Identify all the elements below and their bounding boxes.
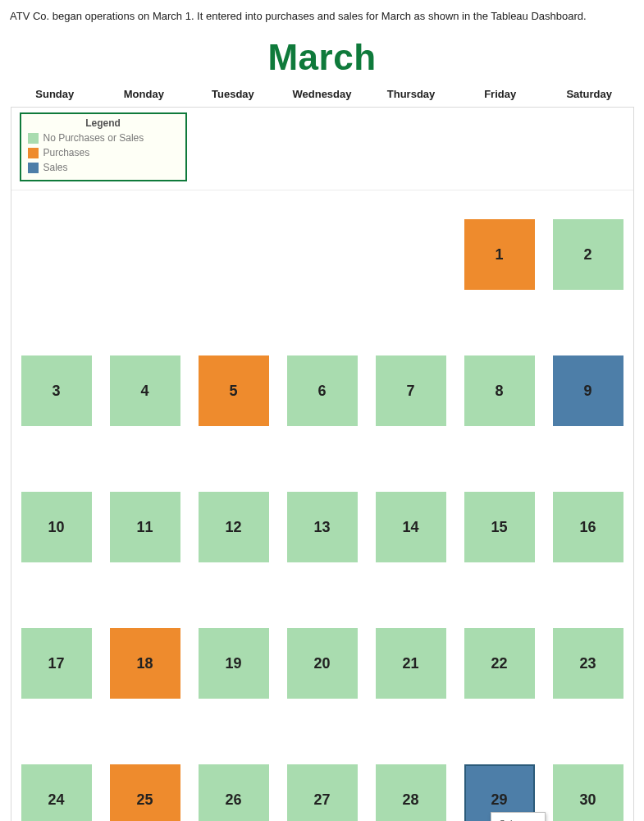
- legend-label: Purchases: [43, 145, 90, 160]
- calendar-day-26[interactable]: 26: [199, 764, 269, 821]
- calendar-day-30[interactable]: 30: [553, 764, 623, 821]
- month-title: March: [8, 37, 636, 78]
- divider: [11, 190, 633, 190]
- legend-swatch-none-icon: [28, 133, 39, 144]
- legend-label: Sales: [43, 160, 68, 175]
- legend-swatch-purchases-icon: [28, 148, 39, 158]
- calendar-day-1[interactable]: 1: [464, 219, 535, 290]
- calendar-day-20[interactable]: 20: [287, 628, 358, 699]
- calendar-day-23[interactable]: 23: [553, 628, 623, 699]
- tooltip-line: Sales: [500, 818, 537, 821]
- legend-item-sales: Sales: [28, 160, 179, 175]
- calendar-tooltip: Sales160 units$95 each: [491, 812, 546, 821]
- calendar-day-27[interactable]: 27: [287, 764, 358, 821]
- day-of-week-header: Sunday Monday Tuesday Wednesday Thursday…: [11, 83, 634, 107]
- calendar-day-9[interactable]: 9: [553, 355, 623, 426]
- calendar-day-14[interactable]: 14: [376, 492, 446, 562]
- calendar-day-8[interactable]: 8: [464, 355, 535, 426]
- legend-panel: Legend No Purchases or Sales Purchases S…: [20, 112, 187, 181]
- calendar-day-7[interactable]: 7: [376, 355, 446, 426]
- intro-text: ATV Co. began operations on March 1. It …: [10, 10, 636, 22]
- dow-friday: Friday: [455, 83, 545, 107]
- calendar-day-6[interactable]: 6: [287, 355, 358, 426]
- calendar-day-5[interactable]: 5: [199, 355, 269, 426]
- calendar-day-10[interactable]: 10: [21, 492, 92, 562]
- legend-item-purchases: Purchases: [28, 145, 179, 160]
- calendar-day-28[interactable]: 28: [376, 764, 446, 821]
- calendar-day-19[interactable]: 19: [199, 628, 269, 699]
- dow-thursday: Thursday: [367, 83, 456, 107]
- legend-title: Legend: [28, 117, 179, 129]
- calendar-day-21[interactable]: 21: [376, 628, 446, 699]
- calendar-day-17[interactable]: 17: [21, 628, 92, 699]
- calendar-day-15[interactable]: 15: [464, 492, 535, 562]
- legend-swatch-sales-icon: [28, 163, 39, 173]
- calendar-day-4[interactable]: 4: [110, 355, 180, 426]
- calendar-grid: 1234567891011121314151617181920212223242…: [20, 108, 625, 821]
- legend-label: No Purchases or Sales: [43, 131, 144, 145]
- calendar-day-11[interactable]: 11: [110, 492, 180, 562]
- calendar-day-3[interactable]: 3: [21, 355, 92, 426]
- calendar-day-12[interactable]: 12: [199, 492, 269, 562]
- calendar-day-16[interactable]: 16: [553, 492, 623, 562]
- calendar-day-22[interactable]: 22: [464, 628, 535, 699]
- dow-saturday: Saturday: [545, 83, 634, 107]
- calendar-day-2[interactable]: 2: [553, 219, 623, 290]
- calendar-day-25[interactable]: 25: [110, 764, 180, 821]
- dow-monday: Monday: [99, 83, 189, 107]
- calendar-day-24[interactable]: 24: [21, 764, 92, 821]
- legend-item-none: No Purchases or Sales: [28, 131, 179, 145]
- calendar-day-13[interactable]: 13: [287, 492, 358, 562]
- dow-wednesday: Wednesday: [277, 83, 367, 107]
- calendar-frame: Legend No Purchases or Sales Purchases S…: [11, 107, 634, 821]
- dow-sunday: Sunday: [11, 83, 100, 107]
- calendar-day-18[interactable]: 18: [110, 628, 180, 699]
- dow-tuesday: Tuesday: [189, 83, 278, 107]
